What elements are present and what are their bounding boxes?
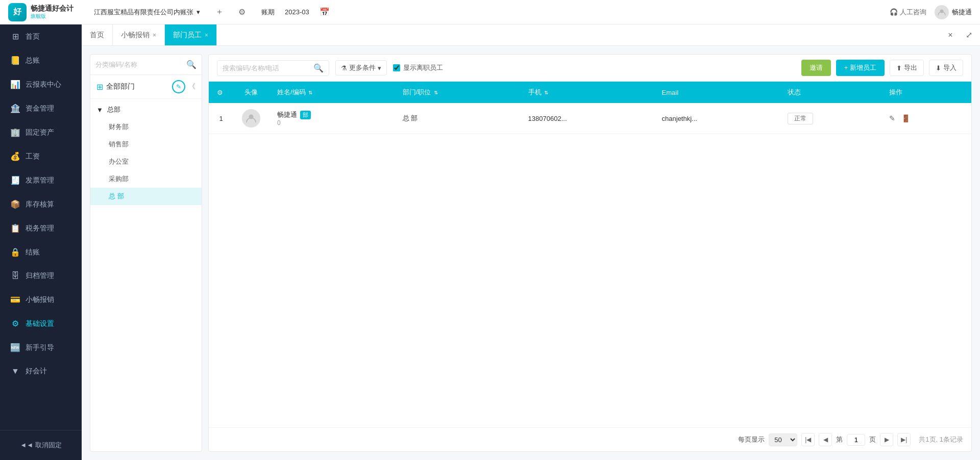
- tab-dept-staff-close[interactable]: ×: [205, 32, 208, 39]
- tab-expense-close[interactable]: ×: [153, 32, 156, 39]
- th-dept[interactable]: 部门/职位 ⇅: [395, 82, 520, 103]
- invite-button[interactable]: 邀请: [801, 60, 831, 76]
- sidebar-label-tax: 税务管理: [26, 224, 54, 233]
- cell-actions: ✎ 🚪: [881, 103, 971, 134]
- calendar-icon[interactable]: 📅: [320, 7, 330, 17]
- archive-icon: 🗄: [10, 271, 20, 280]
- svg-point-0: [940, 9, 944, 13]
- show-resigned-checkbox[interactable]: [393, 64, 400, 71]
- th-settings[interactable]: ⚙: [209, 82, 233, 103]
- per-page-select[interactable]: 50 100 200: [769, 433, 797, 446]
- prev-page-button[interactable]: ◀: [819, 433, 832, 446]
- sidebar-item-expense[interactable]: 💳 小畅报销: [0, 288, 82, 312]
- dept-node-finance[interactable]: 财务部: [90, 118, 202, 136]
- sidebar-item-settings[interactable]: ⚙ 基础设置: [0, 312, 82, 336]
- dept-header: ⊞ 全部部门 ✎ 《: [90, 75, 202, 99]
- sidebar-label-close: 结账: [26, 248, 40, 257]
- salary-icon: 💰: [10, 151, 20, 161]
- dept-edit-button[interactable]: ✎: [172, 80, 185, 93]
- th-email: Email: [654, 82, 779, 103]
- th-name[interactable]: 姓名/编码 ⇅: [269, 82, 395, 103]
- cell-avatar: [233, 103, 269, 134]
- employee-phone: 138070602...: [528, 115, 567, 122]
- unfix-button[interactable]: ◄◄ 取消固定: [0, 437, 82, 454]
- employee-table: ⚙ 头像 姓名/编码 ⇅: [209, 82, 971, 134]
- sidebar-item-close[interactable]: 🔒 结账: [0, 240, 82, 264]
- dept-node-office[interactable]: 办公室: [90, 153, 202, 170]
- tab-expense-label: 小畅报销: [121, 31, 150, 40]
- user-area[interactable]: 畅捷通: [935, 5, 972, 19]
- dept-node-general[interactable]: 总 部: [90, 188, 202, 205]
- sidebar-item-inventory[interactable]: 📦 库存核算: [0, 192, 82, 216]
- page-number-input[interactable]: [847, 434, 865, 446]
- first-page-button[interactable]: |◀: [801, 433, 815, 446]
- tab-close-all-button[interactable]: ×: [943, 28, 958, 42]
- show-resigned-label[interactable]: 显示离职员工: [403, 63, 443, 72]
- filter-label: 更多条件: [349, 63, 376, 72]
- phone-sort-icon: ⇅: [544, 90, 548, 95]
- last-page-button[interactable]: ▶|: [897, 433, 911, 446]
- two-col-layout: 🔍 ⊞ 全部部门 ✎ 《 ▼: [90, 54, 972, 452]
- import-button[interactable]: ⬇ 导入: [929, 60, 963, 76]
- sidebar-item-invoice[interactable]: 🧾 发票管理: [0, 168, 82, 192]
- employee-search-input[interactable]: [223, 64, 310, 72]
- main-layout: ⊞ 首页 📒 总账 📊 云报表中心 🏦 资金管理 🏢 固定资产 💰 工资 🧾 发…: [0, 24, 980, 460]
- tab-expand-button[interactable]: ⤢: [962, 28, 976, 42]
- dept-node-purchase[interactable]: 采购部: [90, 170, 202, 188]
- sidebar-item-archive[interactable]: 🗄 归档管理: [0, 264, 82, 288]
- logo-icon: 好: [8, 3, 27, 21]
- service-button[interactable]: 🎧 人工咨询: [890, 8, 926, 17]
- tab-home[interactable]: 首页: [82, 24, 113, 45]
- search-box: 🔍: [217, 60, 329, 76]
- tab-dept-staff[interactable]: 部门员工 ×: [165, 24, 217, 45]
- dept-node-sales[interactable]: 销售部: [90, 136, 202, 153]
- dept-header-icons: ✎ 《: [172, 80, 195, 93]
- sidebar-label-invoice: 发票管理: [26, 176, 54, 185]
- sidebar-item-fixed-assets[interactable]: 🏢 固定资产: [0, 120, 82, 144]
- dept-collapse-button[interactable]: 《: [188, 82, 195, 91]
- company-selector[interactable]: 江西服宝精品有限责任公司内账张 ▾: [90, 6, 204, 19]
- filter-button[interactable]: ⚗ 更多条件 ▾: [335, 60, 387, 75]
- dept-search-area: 🔍: [90, 55, 202, 75]
- sidebar-label-expense: 小畅报销: [26, 295, 54, 304]
- th-phone-label: 手机: [528, 88, 542, 96]
- th-avatar: 头像: [233, 82, 269, 103]
- cell-phone: 138070602...: [520, 103, 654, 134]
- export-icon: ⬆: [896, 64, 902, 72]
- more-icon: ▼: [10, 367, 20, 376]
- settings-sidebar-icon: ⚙: [10, 319, 20, 328]
- logo-text-group: 畅捷通好会计 旗舰版: [31, 4, 74, 20]
- sidebar-item-assets-mgr[interactable]: 🏦 资金管理: [0, 96, 82, 120]
- table-container: ⚙ 头像 姓名/编码 ⇅: [209, 82, 971, 427]
- next-page-button[interactable]: ▶: [880, 433, 893, 446]
- sidebar-item-more[interactable]: ▼ 好会计: [0, 360, 82, 383]
- add-tab-button[interactable]: ＋: [212, 5, 227, 19]
- dept-purchase-label: 采购部: [109, 174, 129, 184]
- logo-area: 好 畅捷通好会计 旗舰版: [8, 3, 90, 21]
- top-actions: ＋ ⚙ 账期 2023-03 📅: [212, 5, 330, 19]
- dept-node-root[interactable]: ▼ 总部: [90, 101, 202, 118]
- tab-expense[interactable]: 小畅报销 ×: [113, 24, 165, 45]
- service-label: 人工咨询: [900, 8, 926, 17]
- sidebar-item-salary[interactable]: 💰 工资: [0, 144, 82, 168]
- th-phone[interactable]: 手机 ⇅: [520, 82, 654, 103]
- dept-search-icon[interactable]: 🔍: [186, 60, 197, 69]
- sidebar-item-tax[interactable]: 📋 税务管理: [0, 216, 82, 240]
- export-button[interactable]: ⬆ 导出: [890, 60, 924, 76]
- sidebar-item-ledger[interactable]: 📒 总账: [0, 48, 82, 72]
- edit-button[interactable]: ✎: [889, 114, 895, 122]
- tab-dept-staff-label: 部门员工: [173, 31, 202, 40]
- grid-icon: ⊞: [96, 82, 103, 92]
- top-right: 🎧 人工咨询 畅捷通: [890, 5, 972, 19]
- sidebar-item-home[interactable]: ⊞ 首页: [0, 24, 82, 48]
- cell-no: 1: [209, 103, 233, 134]
- sidebar-item-guide[interactable]: 🆕 新手引导: [0, 336, 82, 360]
- delete-button[interactable]: 🚪: [901, 114, 910, 122]
- dept-search-input[interactable]: [95, 61, 183, 68]
- add-employee-button[interactable]: + 新增员工: [836, 60, 885, 76]
- employee-search-icon[interactable]: 🔍: [313, 63, 324, 73]
- sidebar-label-fixed-assets: 固定资产: [26, 128, 54, 137]
- avatar: [242, 109, 260, 127]
- sidebar-item-reports[interactable]: 📊 云报表中心: [0, 72, 82, 96]
- settings-icon[interactable]: ⚙: [235, 5, 249, 19]
